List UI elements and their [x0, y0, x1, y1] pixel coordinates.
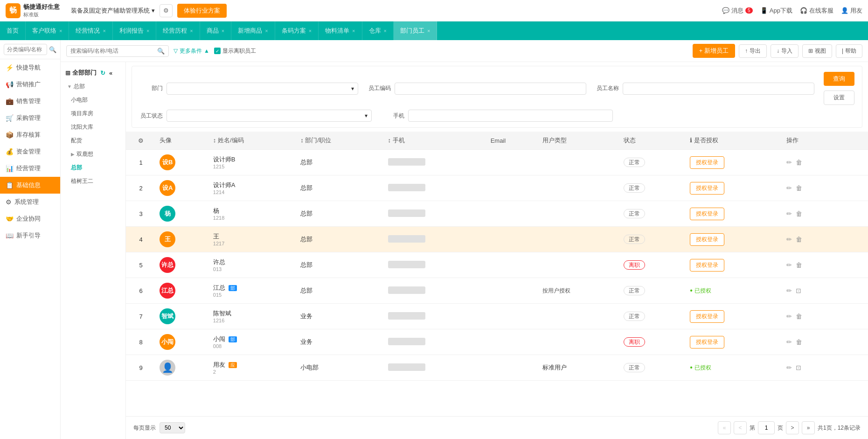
auth-button[interactable]: 授权登录: [690, 233, 724, 246]
close-icon[interactable]: ×: [222, 28, 224, 34]
col-settings[interactable]: ⚙: [126, 132, 156, 150]
dept-tree-item-zongbu-sub[interactable]: 总部: [61, 161, 125, 174]
tab-goods[interactable]: 商品 ×: [200, 21, 231, 40]
close-icon[interactable]: ×: [427, 28, 430, 34]
sidebar-item-operation[interactable]: 📊 经营管理: [0, 160, 60, 177]
emp-code-input[interactable]: [395, 83, 586, 95]
tab-customer[interactable]: 客户联络 ×: [26, 21, 69, 40]
import-button[interactable]: ↓ 导入: [771, 44, 799, 58]
copy-icon[interactable]: ⊡: [796, 287, 801, 294]
tab-profit[interactable]: 利润报告 ×: [113, 21, 156, 40]
tab-add-goods[interactable]: 新增商品 ×: [231, 21, 275, 40]
sidebar-item-collab[interactable]: 🤝 企业协同: [0, 210, 60, 227]
sidebar-item-marketing[interactable]: 📢 营销推广: [0, 76, 60, 93]
col-name[interactable]: ↕ 姓名/编码: [209, 132, 297, 150]
tab-operation[interactable]: 经营情况 ×: [69, 21, 112, 40]
dept-tree-item-shuangluxiang[interactable]: ▶ 双鹿想: [61, 147, 125, 161]
auth-button[interactable]: 授权登录: [690, 156, 724, 169]
auth-button[interactable]: 授权登录: [690, 182, 724, 195]
export-button[interactable]: ↑ 导出: [739, 44, 767, 58]
close-icon[interactable]: ×: [384, 28, 387, 34]
delete-icon[interactable]: 🗑: [796, 184, 802, 192]
tab-warehouse[interactable]: 仓库 ×: [362, 21, 394, 40]
sidebar-search-input[interactable]: [4, 44, 47, 55]
edit-icon[interactable]: ✏: [786, 159, 792, 166]
page-size-select[interactable]: 50 20 100: [160, 422, 185, 433]
tab-barcode[interactable]: 条码方案 ×: [275, 21, 319, 40]
delete-icon[interactable]: 🗑: [796, 313, 802, 320]
edit-icon[interactable]: ✏: [786, 364, 792, 371]
dept-tree-item-zhishuwang[interactable]: 植树王二: [61, 174, 125, 188]
dept-tree-item-peihuo[interactable]: 配货: [61, 134, 125, 147]
sidebar-item-sales[interactable]: 💼 销售管理: [0, 93, 60, 110]
delete-icon[interactable]: 🗑: [796, 159, 802, 166]
prev-page-btn[interactable]: <: [734, 421, 747, 434]
page-number-input[interactable]: [758, 421, 775, 434]
delete-icon[interactable]: 🗑: [796, 210, 802, 217]
search-input[interactable]: [70, 48, 154, 54]
sidebar-item-inventory[interactable]: 📦 库存核算: [0, 126, 60, 143]
gear-button[interactable]: ⚙: [160, 4, 173, 17]
system-name-dropdown[interactable]: 装备及固定资产辅助管理系统 ▾: [71, 7, 155, 15]
auth-button[interactable]: 授权登录: [690, 310, 724, 323]
user-item[interactable]: 👤 用友: [841, 7, 862, 15]
close-icon[interactable]: ×: [352, 28, 355, 34]
sidebar-item-basic[interactable]: 📋 基础信息: [0, 177, 60, 194]
dept-tree-item-zongbu[interactable]: ▼ 总部: [61, 80, 125, 93]
emp-name-input[interactable]: [623, 83, 814, 95]
tab-bom[interactable]: 物料清单 ×: [319, 21, 362, 40]
edit-icon[interactable]: ✏: [786, 210, 792, 217]
delete-icon[interactable]: 🗑: [796, 338, 802, 346]
show-resigned-toggle[interactable]: ✓ 显示离职员工: [214, 47, 256, 55]
edit-icon[interactable]: ✏: [786, 184, 792, 192]
close-icon[interactable]: ×: [59, 28, 62, 34]
edit-icon[interactable]: ✏: [786, 261, 792, 269]
sidebar-item-guide[interactable]: 📖 新手引导: [0, 227, 60, 244]
collapse-icon[interactable]: «: [109, 70, 112, 77]
online-service-item[interactable]: 🎧 在线客服: [800, 7, 833, 15]
auth-button[interactable]: 授权登录: [690, 259, 724, 272]
col-dept[interactable]: ↕ 部门/职位: [297, 132, 384, 150]
close-icon[interactable]: ×: [146, 28, 149, 34]
last-page-btn[interactable]: »: [802, 421, 815, 434]
auth-button[interactable]: 授权登录: [690, 336, 724, 348]
close-icon[interactable]: ×: [309, 28, 312, 34]
emp-status-select[interactable]: ▾: [167, 110, 372, 122]
close-icon[interactable]: ×: [190, 28, 193, 34]
edit-icon[interactable]: ✏: [786, 338, 792, 346]
copy-icon[interactable]: ⊡: [796, 364, 801, 371]
edit-icon[interactable]: ✏: [786, 236, 792, 243]
col-phone[interactable]: ↕ 手机: [384, 132, 487, 150]
close-icon[interactable]: ×: [103, 28, 105, 34]
tab-department[interactable]: 部门员工 ×: [394, 21, 437, 40]
message-item[interactable]: 💬 消息 5: [722, 7, 753, 15]
refresh-icon[interactable]: ↻: [100, 70, 105, 77]
tab-home[interactable]: 首页: [0, 21, 26, 40]
sidebar-item-purchase[interactable]: 🛒 采购管理: [0, 110, 60, 126]
trial-button[interactable]: 体验行业方案: [177, 4, 227, 18]
close-icon[interactable]: ×: [265, 28, 268, 34]
delete-icon[interactable]: 🗑: [796, 261, 802, 269]
dept-tree-item-xiangmukufang[interactable]: 项目库房: [61, 107, 125, 120]
tab-process[interactable]: 经营历程 ×: [156, 21, 200, 40]
dept-tree-item-xiaodibu[interactable]: 小电部: [61, 93, 125, 107]
edit-icon[interactable]: ✏: [786, 287, 792, 294]
app-download-item[interactable]: 📱 App下载: [760, 7, 792, 15]
auth-button[interactable]: 授权登录: [690, 208, 724, 220]
sidebar-item-quick-nav[interactable]: ⚡ 快捷导航: [0, 59, 60, 76]
dept-tree-item-shenyang[interactable]: 沈阳大库: [61, 120, 125, 134]
first-page-btn[interactable]: «: [718, 421, 731, 434]
more-conditions-btn[interactable]: ▽ 更多条件 ▲: [174, 47, 209, 55]
next-page-btn[interactable]: >: [786, 421, 799, 434]
sidebar-item-system[interactable]: ⚙ 系统管理: [0, 194, 60, 210]
dept-select[interactable]: ▾: [167, 83, 358, 95]
query-button[interactable]: 查询: [824, 72, 854, 86]
help-button[interactable]: | 帮助: [836, 44, 862, 58]
add-employee-button[interactable]: + 新增员工: [693, 44, 735, 58]
phone-input[interactable]: [408, 110, 613, 122]
view-button[interactable]: ⊞ 视图: [802, 44, 832, 58]
sidebar-item-finance[interactable]: 💰 资金管理: [0, 143, 60, 160]
set-button[interactable]: 设置: [824, 91, 854, 105]
edit-icon[interactable]: ✏: [786, 313, 792, 320]
delete-icon[interactable]: 🗑: [796, 236, 802, 243]
